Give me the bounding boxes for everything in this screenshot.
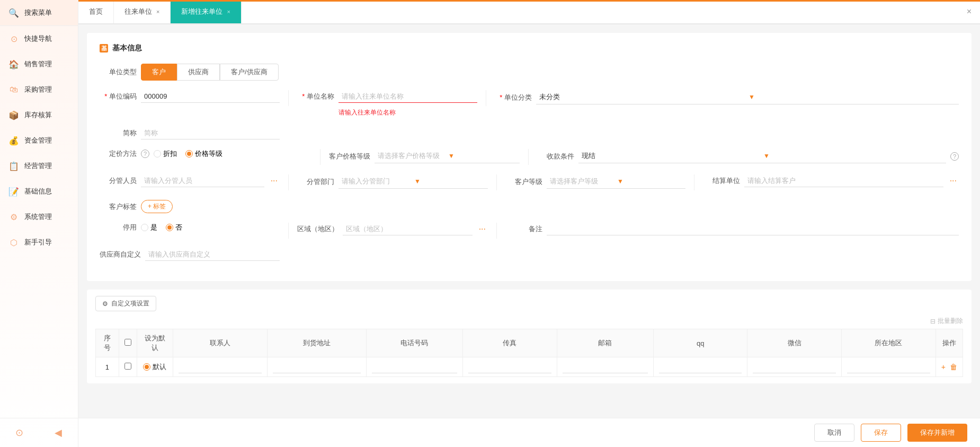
pricing-help-icon[interactable]: ?: [141, 150, 149, 158]
tab-partner-new-close[interactable]: ×: [227, 8, 230, 15]
fax-input[interactable]: [468, 361, 551, 373]
region-input[interactable]: [343, 223, 473, 235]
settlement-more-icon[interactable]: ···: [948, 176, 959, 186]
tab-partner-list[interactable]: 往来单位 ×: [114, 0, 171, 23]
row-region-input[interactable]: [847, 361, 930, 373]
sidebar-item-purchase[interactable]: 🛍 采购管理: [0, 77, 78, 102]
divider9: [496, 223, 497, 239]
section-title-icon: 基: [100, 44, 108, 52]
cell-address[interactable]: [267, 357, 366, 377]
region-more-icon[interactable]: ···: [477, 224, 488, 234]
bottom-home-icon: ⊙: [15, 427, 23, 439]
close-all-button[interactable]: ×: [958, 7, 980, 16]
settlement-input[interactable]: [744, 174, 943, 187]
sidebar-item-sales[interactable]: 🏠 销售管理: [0, 51, 78, 77]
cell-wechat[interactable]: [747, 357, 842, 377]
supplier-custom-label: 供应商自定义: [100, 250, 141, 259]
unit-type-supplier[interactable]: 供应商: [177, 64, 220, 81]
sidebar-item-inventory[interactable]: 📦 库存核算: [0, 102, 78, 128]
disabled-yes-item[interactable]: 是: [141, 223, 157, 232]
name-input[interactable]: [338, 90, 477, 103]
sidebar-bottom-collapse[interactable]: ◀: [39, 423, 78, 443]
sidebar-item-operations[interactable]: 📋 经营管理: [0, 153, 78, 179]
batch-delete-area[interactable]: ⊟ 批量删除: [95, 317, 963, 326]
add-row-icon[interactable]: +: [941, 363, 946, 371]
unit-type-group: 客户 供应商 客户/供应商: [141, 64, 279, 81]
remark-input[interactable]: [547, 223, 959, 235]
sidebar-item-basic-label: 基础信息: [24, 187, 52, 196]
email-input[interactable]: [563, 361, 648, 373]
contact-table: 序号 设为默认 联系人 到货地址 电话号码 传真 邮箱 qq 微信 所在地区 操…: [95, 329, 963, 377]
divider8: [288, 223, 289, 239]
cell-qq[interactable]: [653, 357, 747, 377]
disabled-region-row: 停用 是 否 区域（地区）: [100, 223, 959, 239]
tab-partner-list-label: 往来单位: [124, 7, 152, 16]
select-all-checkbox[interactable]: [124, 339, 131, 346]
category-label: 单位分类: [495, 93, 532, 102]
payment-select[interactable]: 现结 ▼: [578, 149, 946, 163]
save-button[interactable]: 保存: [861, 424, 901, 442]
manager-input[interactable]: [141, 174, 264, 187]
name-field: 单位名称 请输入往来单位名称: [297, 90, 477, 117]
category-select[interactable]: 未分类 ▼: [536, 90, 959, 104]
phone-input[interactable]: [372, 361, 457, 373]
divider3: [320, 149, 320, 165]
default-label: 默认: [153, 362, 166, 372]
cell-fax[interactable]: [462, 357, 557, 377]
tab-partner-new[interactable]: 新增往来单位 ×: [171, 0, 241, 23]
sidebar-item-finance[interactable]: 💰 资金管理: [0, 128, 78, 153]
code-input[interactable]: [141, 90, 280, 103]
col-checkbox: [119, 329, 137, 357]
col-email: 邮箱: [557, 329, 653, 357]
content-area: 基 基本信息 单位类型 客户 供应商 客户/供应商 单位编码: [78, 24, 980, 447]
abbr-input[interactable]: [141, 127, 280, 139]
custom-settings-button[interactable]: ⚙ 自定义项设置: [95, 296, 156, 311]
payment-help-icon[interactable]: ?: [950, 152, 959, 161]
cell-phone[interactable]: [366, 357, 462, 377]
dept-select[interactable]: 请输入分管部门 ▼: [338, 174, 488, 189]
col-phone: 电话号码: [366, 329, 462, 357]
pricing-radio-price-level[interactable]: 价格等级: [185, 149, 222, 159]
qq-input[interactable]: [659, 361, 742, 373]
sidebar-bottom-home[interactable]: ⊙: [0, 423, 39, 443]
cell-email[interactable]: [557, 357, 653, 377]
name-error-text: 请输入往来单位名称: [338, 108, 396, 117]
category-field: 单位分类 未分类 ▼: [495, 90, 959, 104]
customer-price-select[interactable]: 请选择客户价格等级 ▼: [375, 149, 520, 163]
unit-type-both[interactable]: 客户/供应商: [220, 64, 279, 81]
manager-more-icon[interactable]: ···: [269, 176, 280, 186]
pricing-radio-discount[interactable]: 折扣: [154, 149, 177, 159]
supplier-custom-input[interactable]: [145, 248, 280, 261]
unit-type-label: 单位类型: [100, 67, 137, 77]
sidebar-item-search[interactable]: 🔍 搜索菜单: [0, 0, 78, 26]
unit-type-customer[interactable]: 客户: [141, 64, 177, 81]
tags-field: 客户标签 + 标签: [100, 200, 959, 213]
tab-home[interactable]: 首页: [78, 0, 114, 23]
address-input[interactable]: [273, 361, 361, 373]
wechat-input[interactable]: [753, 361, 836, 373]
col-seq: 序号: [96, 329, 119, 357]
table-body: 1 默认: [96, 357, 963, 377]
tab-partner-list-close[interactable]: ×: [156, 8, 159, 15]
cancel-button[interactable]: 取消: [814, 424, 854, 442]
sidebar-item-newbie[interactable]: ⬡ 新手引导: [0, 230, 78, 255]
sidebar-item-quicknav[interactable]: ⊙ 快捷导航: [0, 26, 78, 51]
cell-contact[interactable]: [173, 357, 268, 377]
region-label: 区域（地区）: [297, 224, 338, 234]
tag-add-button[interactable]: + 标签: [141, 200, 173, 213]
customer-price-chevron-icon: ▼: [448, 152, 516, 160]
delete-row-icon[interactable]: 🗑: [950, 363, 957, 371]
customer-level-select[interactable]: 请选择客户等级 ▼: [547, 174, 685, 189]
cell-region[interactable]: [842, 357, 936, 377]
default-radio-item[interactable]: 默认: [142, 362, 167, 372]
disabled-radio-group: 是 否: [141, 223, 182, 232]
contact-input[interactable]: [179, 361, 262, 373]
tags-row: 客户标签 + 标签: [100, 200, 959, 213]
save-new-button[interactable]: 保存并新增: [907, 424, 967, 442]
sidebar-item-system[interactable]: ⚙ 系统管理: [0, 204, 78, 230]
supplier-custom-row: 供应商自定义: [100, 248, 959, 261]
row-checkbox[interactable]: [124, 363, 131, 370]
disabled-no-item[interactable]: 否: [166, 223, 182, 232]
sidebar-item-basic[interactable]: 📝 基础信息: [0, 179, 78, 204]
settlement-label: 结算单位: [703, 176, 740, 186]
